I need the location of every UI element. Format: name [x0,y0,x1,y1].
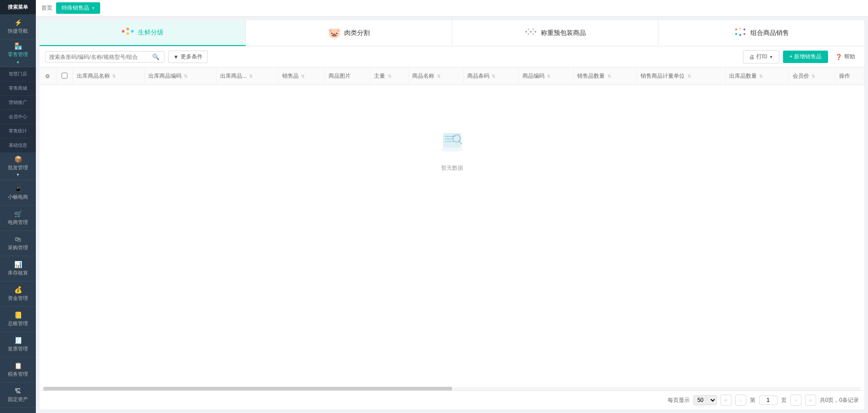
sidebar-item-label: 发票管理 [8,345,28,352]
col-barcode[interactable]: 商品条码 ⇅ [464,68,519,85]
sidebar-item-label: 快捷导航 [8,28,28,34]
sidebar-item-retail-mall[interactable]: 零售商城 [0,81,36,96]
main-content: 首页 特殊销售品 × 生鲜分级 � [36,0,868,413]
svg-point-5 [530,31,532,33]
col-sales-qty[interactable]: 销售品数量 ⇅ [573,68,637,85]
finance-icon: 💰 [14,286,22,293]
content-card: 生鲜分级 🐷 肉类分割 称重预包 [40,20,864,409]
sidebar-item-tax[interactable]: 📋 税务管理 [0,357,36,383]
col-product-image[interactable]: 商品图片 [325,68,370,85]
sort-icon: ⇅ [811,74,815,79]
col-settings[interactable]: ⚙ [40,68,56,85]
col-out-qty[interactable]: 出库品数量 ⇅ [726,68,789,85]
sort-icon: ⇅ [112,74,116,79]
col-sales-product[interactable]: 销售品 ⇅ [278,68,324,85]
tab-fresh-grade-label: 生鲜分级 [138,29,164,37]
svg-point-11 [735,29,737,30]
col-product-code[interactable]: 商品编码 ⇅ [518,68,573,85]
sidebar-item-mini-ecom[interactable]: 📱 小畅电商 [0,180,36,206]
sidebar-item-hr[interactable]: 👥 工资 [0,408,36,413]
sidebar-item-basic-info[interactable]: 基础信息 [0,138,36,153]
active-tab[interactable]: 特殊销售品 × [56,2,100,14]
tab-weighed-pkg[interactable]: 称重预包装商品 [452,20,658,46]
scroll-thumb[interactable] [43,387,452,390]
svg-point-3 [131,30,134,33]
search-input[interactable] [49,54,150,60]
svg-point-6 [534,31,536,33]
col-sales-unit[interactable]: 销售商品计量单位 ⇅ [637,68,726,85]
sidebar-item-quick-nav[interactable]: ⚡ 快捷导航 [0,14,36,40]
next-page-btn[interactable]: › [790,395,801,406]
tab-meat-split[interactable]: 🐷 肉类分割 [246,20,452,46]
help-label: 帮助 [844,53,855,61]
col-checkbox[interactable] [56,68,73,85]
sidebar-item-label: 零售管理 [8,51,28,58]
prev-page-btn[interactable]: ‹ [735,395,746,406]
svg-point-12 [739,28,741,29]
per-page-select[interactable]: 50 10 20 100 [693,395,717,405]
retail-submenu: 智慧门店 零售商城 营销推广 会员中心 零售统计 基础信息 [0,67,36,153]
col-out-product-name[interactable]: 出库商品名称 ⇅ [73,68,144,85]
svg-point-0 [122,30,125,33]
horizontal-scrollbar[interactable] [43,387,861,390]
sort-icon: ⇅ [184,74,187,79]
svg-rect-21 [445,141,454,142]
sidebar-item-retail-mgmt[interactable]: 🏪 零售管理 ▲ [0,40,36,67]
print-arrow: ▼ [769,55,773,59]
products-table: ⚙ 出库商品名称 ⇅ 出库商品编码 ⇅ 出库商品... ⇅ [40,68,864,85]
svg-point-13 [743,29,745,30]
help-button[interactable]: ❓ 帮助 [832,51,859,63]
ecom-mgmt-icon: 🛒 [14,210,22,218]
weighed-pkg-icon [524,27,537,39]
col-product-name[interactable]: 商品名称 ⇅ [408,68,464,85]
sidebar-item-sales-promo[interactable]: 营销推广 [0,96,36,110]
mini-ecom-icon: 📱 [14,185,22,192]
invoice-icon: 🧾 [14,337,22,344]
sort-icon: ⇅ [547,74,550,79]
toolbar-right: 🖨 打印 ▼ + 新增销售品 ❓ 帮助 [743,50,859,63]
sidebar-item-label: 库存核算 [8,270,28,276]
sidebar-item-inventory[interactable]: 📊 库存核算 [0,256,36,281]
sort-icon: ⇅ [607,74,611,79]
sort-icon: ⇅ [437,74,441,79]
select-all-checkbox[interactable] [62,73,68,79]
col-weight[interactable]: 主量 ⇅ [370,68,408,85]
inventory-icon: 📊 [14,261,22,268]
sidebar-item-invoice[interactable]: 🧾 发票管理 [0,332,36,357]
svg-point-4 [525,31,527,33]
svg-point-7 [528,29,529,30]
col-action: 操作 [835,68,864,85]
sort-icon: ⇅ [388,74,391,79]
col-out-product-code[interactable]: 出库商品编码 ⇅ [144,68,216,85]
sidebar-item-smart-store[interactable]: 智慧门店 [0,67,36,81]
home-link[interactable]: 首页 [41,4,52,12]
svg-point-10 [532,33,534,35]
sidebar-item-purchase[interactable]: 🛍 采购管理 [0,231,36,256]
sidebar-item-fixed-assets[interactable]: 🏗 固定资产 [0,383,36,408]
print-button[interactable]: 🖨 打印 ▼ [743,50,779,63]
search-menu-btn[interactable]: 搜索菜单 [8,4,28,11]
tab-meat-split-label: 肉类分割 [344,29,370,37]
per-page-label: 每页显示 [668,396,690,404]
add-product-button[interactable]: + 新增销售品 [783,51,828,63]
sidebar-item-member-center[interactable]: 会员中心 [0,110,36,124]
tab-close-btn[interactable]: × [92,6,95,11]
toolbar: 🔍 ▼ 更多条件 🖨 打印 ▼ + 新增销售品 ❓ 帮助 [40,46,864,68]
col-member-price[interactable]: 会员价 ⇅ [789,68,835,85]
sidebar-item-finance[interactable]: 💰 资金管理 [0,281,36,307]
svg-rect-20 [445,138,453,139]
sidebar-item-retail-stats[interactable]: 零售统计 [0,124,36,138]
search-box[interactable]: 🔍 [45,51,165,63]
last-page-btn[interactable]: » [805,395,816,406]
sidebar-item-wholesale[interactable]: 📦 批发管理 ▼ [0,153,36,180]
tab-combo-sales[interactable]: 组合商品销售 [658,20,864,46]
empty-text: 暂无数据 [441,164,463,172]
tab-fresh-grade[interactable]: 生鲜分级 [40,20,246,46]
first-page-btn[interactable]: « [720,395,732,406]
filter-button[interactable]: ▼ 更多条件 [168,51,208,63]
page-input[interactable] [759,396,777,405]
sidebar-item-ecom-mgmt[interactable]: 🛒 电商管理 [0,206,36,231]
col-out-product-x[interactable]: 出库商品... ⇅ [216,68,278,85]
sidebar-item-general-ledger[interactable]: 📒 总账管理 [0,307,36,332]
fresh-grade-icon [121,27,134,39]
